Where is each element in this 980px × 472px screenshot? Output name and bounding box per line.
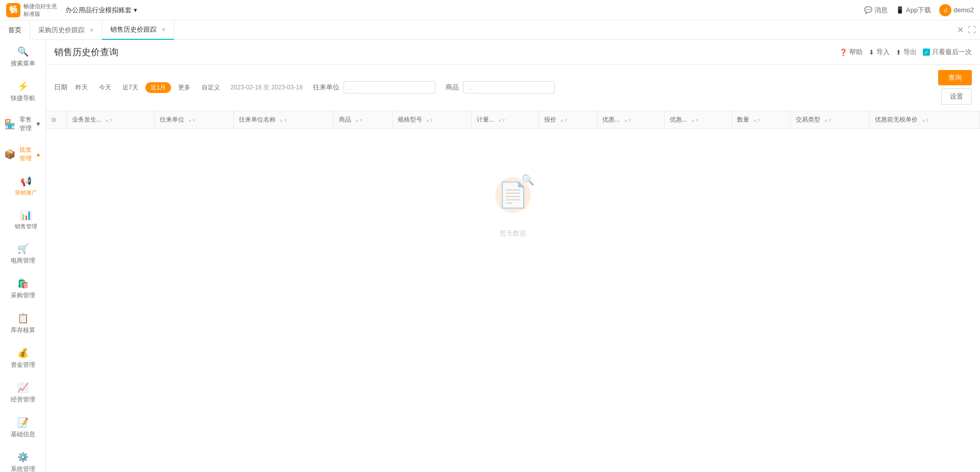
sidebar-item-quick-nav[interactable]: ⚡ 快捷导航 <box>0 75 45 109</box>
empty-text: 暂无数据 <box>500 229 526 238</box>
col-client-code[interactable]: 往来单位 ▲▼ <box>154 111 233 129</box>
tab-sales-history[interactable]: 销售历史价跟踪 × <box>102 20 174 40</box>
purchase-icon: 🛍️ <box>17 278 29 289</box>
date-btn-1month[interactable]: 近1月 <box>145 82 172 93</box>
sort-arrows-spec: ▲▼ <box>426 119 434 123</box>
sidebar-item-marketing[interactable]: 📢 营销推广 <box>0 170 45 203</box>
tab-purchase-history[interactable]: 采购历史价跟踪 × <box>30 20 102 40</box>
date-btn-more[interactable]: 更多 <box>174 82 194 93</box>
retail-icon: 🏪 <box>4 119 15 130</box>
help-icon: ❓ <box>839 49 847 56</box>
only-last-checkbox[interactable]: ✓ <box>923 49 930 56</box>
system-icon: ⚙️ <box>17 452 29 463</box>
sort-arrows-client-name: ▲▼ <box>279 119 287 123</box>
client-label: 往来单位 <box>313 83 339 92</box>
date-options: 昨天 今天 近7天 近1月 更多 自定义 <box>71 82 224 93</box>
export-btn[interactable]: ⬆ 导出 <box>896 48 917 57</box>
date-btn-today[interactable]: 今天 <box>95 82 115 93</box>
page-actions: ❓ 帮助 ⬇ 导入 ⬆ 导出 ✓ 只看最后一次 <box>839 48 972 57</box>
message-btn[interactable]: 💬 消息 <box>864 6 888 15</box>
top-bar-left: 畅 畅捷信好生意 标准版 办公用品行业模拟账套 ▾ <box>6 3 141 17</box>
tab-bar-controls: ✕ ⛶ <box>957 25 980 35</box>
import-btn[interactable]: ⬇ 导入 <box>869 48 890 57</box>
expand-tab-btn[interactable]: ⛶ <box>968 26 976 35</box>
help-btn[interactable]: ❓ 帮助 <box>839 48 863 57</box>
gear-icon[interactable]: ⚙ <box>51 116 57 124</box>
import-icon: ⬇ <box>869 49 874 56</box>
content-area: 销售历史价查询 ❓ 帮助 ⬇ 导入 ⬆ 导出 ✓ <box>46 40 980 472</box>
sidebar-item-inventory[interactable]: 📋 库存核算 <box>0 306 45 341</box>
filter-row: 日期 昨天 今天 近7天 近1月 更多 自定义 2023-02-18 至 202… <box>54 70 972 105</box>
search-icon: 🔍 <box>17 46 29 57</box>
close-all-tabs-btn[interactable]: ✕ <box>957 25 964 35</box>
sidebar-item-wholesale-mgmt[interactable]: 📦 批发管理 ▲ <box>0 139 45 170</box>
col-pre-tax-price[interactable]: 优惠前无税单价 ▲▼ <box>870 111 980 129</box>
sidebar-item-basic-info[interactable]: 📝 基础信息 <box>0 411 45 445</box>
sort-arrows-trade-type: ▲▼ <box>824 119 832 123</box>
close-sales-tab-btn[interactable]: × <box>162 26 165 33</box>
col-qty[interactable]: 数量 ▲▼ <box>731 111 790 129</box>
col-settings: ⚙ <box>46 111 66 129</box>
col-spec[interactable]: 规格型号 ▲▼ <box>392 111 471 129</box>
close-purchase-tab-btn[interactable]: × <box>90 27 93 34</box>
goods-input[interactable]: ... <box>463 81 555 93</box>
page-title: 销售历史价查询 <box>54 46 118 58</box>
chevron-down-icon: ▼ <box>35 121 41 128</box>
avatar: d <box>939 4 951 16</box>
basic-info-icon: 📝 <box>17 417 29 428</box>
data-table: ⚙ 业务发生... ▲▼ 往来单位 ▲▼ 往来单位名称 ▲▼ <box>46 111 980 129</box>
quick-nav-icon: ⚡ <box>17 81 29 92</box>
sort-arrows-unit: ▲▼ <box>498 119 506 123</box>
goods-input-value: ... <box>468 84 473 91</box>
table-wrapper: ⚙ 业务发生... ▲▼ 往来单位 ▲▼ 往来单位名称 ▲▼ <box>46 111 980 472</box>
sidebar-item-retail-mgmt[interactable]: 🏪 零售管理 ▼ <box>0 109 45 139</box>
empty-state: 📄 🔍 暂无数据 <box>46 129 980 279</box>
sidebar-item-purchase[interactable]: 🛍️ 采购管理 <box>0 272 45 306</box>
only-last-checkbox-group: ✓ 只看最后一次 <box>923 48 972 57</box>
col-discount2[interactable]: 优惠... ▲▼ <box>665 111 732 129</box>
client-input[interactable]: ... <box>344 81 435 93</box>
settings-btn[interactable]: 设置 <box>941 88 972 105</box>
col-goods[interactable]: 商品 ▲▼ <box>333 111 392 129</box>
wholesale-icon: 📦 <box>4 149 15 160</box>
top-bar: 畅 畅捷信好生意 标准版 办公用品行业模拟账套 ▾ 💬 消息 📱 App下载 d… <box>0 0 980 20</box>
marketing-icon: 📢 <box>20 176 32 187</box>
sort-arrows-discount1: ▲▼ <box>624 119 632 123</box>
export-icon: ⬆ <box>896 49 901 56</box>
col-quote[interactable]: 报价 ▲▼ <box>538 111 597 129</box>
date-btn-yesterday[interactable]: 昨天 <box>71 82 92 93</box>
client-filter-group: 往来单位 ... <box>313 81 435 93</box>
col-biz-date[interactable]: 业务发生... ▲▼ <box>66 111 154 129</box>
sort-arrows-pre-tax-price: ▲▼ <box>921 119 929 123</box>
sidebar-item-operations[interactable]: 📈 经营管理 <box>0 376 45 411</box>
sort-arrows-client-code: ▲▼ <box>188 119 196 123</box>
sort-arrows-goods: ▲▼ <box>355 119 363 123</box>
app-selector[interactable]: 办公用品行业模拟账套 ▾ <box>61 6 141 15</box>
page-title-row: 销售历史价查询 ❓ 帮助 ⬇ 导入 ⬆ 导出 ✓ <box>54 46 972 58</box>
user-menu[interactable]: d demo2 <box>939 4 974 16</box>
tab-home[interactable]: 首页 <box>0 20 30 40</box>
col-discount1[interactable]: 优惠... ▲▼ <box>597 111 665 129</box>
page-header: 销售历史价查询 ❓ 帮助 ⬇ 导入 ⬆ 导出 ✓ <box>46 40 980 65</box>
sort-arrows-biz-date: ▲▼ <box>105 119 113 123</box>
sidebar-item-system[interactable]: ⚙️ 系统管理 <box>0 445 45 472</box>
app-download-btn[interactable]: 📱 App下载 <box>896 6 931 15</box>
logo-icon: 畅 <box>6 3 20 17</box>
sort-arrows-qty: ▲▼ <box>753 119 761 123</box>
main-layout: 🔍 搜索菜单 ⚡ 快捷导航 🏪 零售管理 ▼ 📦 批发管理 ▲ 📢 营销推广 📊… <box>0 40 980 472</box>
col-unit[interactable]: 计量... ▲▼ <box>471 111 538 129</box>
date-btn-custom[interactable]: 自定义 <box>198 82 224 93</box>
query-btn[interactable]: 查询 <box>938 70 972 85</box>
col-client-name[interactable]: 往来单位名称 ▲▼ <box>233 111 333 129</box>
sidebar-item-ecommerce[interactable]: 🛒 电商管理 <box>0 237 45 272</box>
sidebar-item-sales-mgmt[interactable]: 📊 销售管理 <box>0 203 45 237</box>
sidebar-item-finance[interactable]: 💰 资金管理 <box>0 341 45 376</box>
col-trade-type[interactable]: 交易类型 ▲▼ <box>790 111 869 129</box>
date-btn-7days[interactable]: 近7天 <box>118 82 142 93</box>
sort-arrows-discount2: ▲▼ <box>691 119 699 123</box>
sidebar-item-search-menu[interactable]: 🔍 搜索菜单 <box>0 40 45 75</box>
goods-filter-group: 商品 ... <box>446 81 555 93</box>
download-icon: 📱 <box>896 6 904 14</box>
top-bar-right: 💬 消息 📱 App下载 d demo2 <box>864 4 974 16</box>
client-input-value: ... <box>348 84 353 91</box>
